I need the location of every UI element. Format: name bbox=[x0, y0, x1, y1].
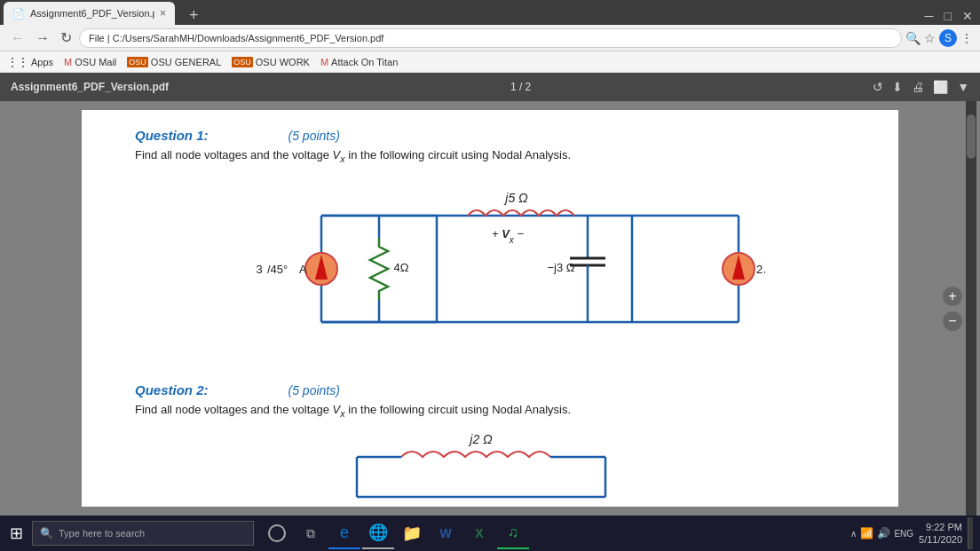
pdf-reload-btn[interactable]: ↺ bbox=[873, 80, 883, 94]
pdf-content-area: Question 1: (5 points) Find all node vol… bbox=[0, 101, 980, 516]
taskbar-edge[interactable]: e bbox=[328, 517, 360, 549]
address-bar[interactable]: File | C:/Users/SarahMH/Downloads/Assign… bbox=[79, 28, 902, 48]
new-tab-btn[interactable]: + bbox=[184, 6, 204, 25]
taskbar-system-tray: ∧ 📶 🔊 ENG bbox=[850, 527, 913, 539]
taskview-icon: ⧉ bbox=[306, 526, 315, 541]
tab-close-btn[interactable]: × bbox=[160, 7, 166, 20]
pdf-controls: ↺ ⬇ 🖨 ⬜ ▼ bbox=[873, 80, 969, 94]
svg-text:A: A bbox=[299, 263, 307, 276]
svg-text:/45°: /45° bbox=[267, 263, 288, 276]
taskbar-chrome[interactable]: 🌐 bbox=[362, 517, 394, 549]
taskbar-apps: ⧉ e 🌐 📁 W X ♫ bbox=[254, 517, 536, 549]
pdf-fullscreen-btn[interactable]: ⬜ bbox=[933, 80, 948, 94]
zoom-in-btn[interactable]: + bbox=[943, 287, 962, 306]
profile-icon[interactable]: S bbox=[939, 29, 957, 47]
svg-text:2: 2 bbox=[756, 263, 763, 276]
active-tab[interactable]: 📄 Assignment6_PDF_Version.pdf × bbox=[4, 2, 175, 25]
forward-btn[interactable]: → bbox=[32, 28, 53, 48]
menu-icon[interactable]: ⋮ bbox=[960, 31, 973, 45]
taskbar-files[interactable]: 📁 bbox=[396, 517, 428, 549]
question-2-points: (5 points) bbox=[288, 383, 340, 398]
bookmarks-bar: ⋮⋮ Question 1: Apps M OSU Mail OSU OSU G… bbox=[0, 51, 980, 73]
pdf-print-btn[interactable]: 🖨 bbox=[912, 80, 924, 94]
spotify-icon: ♫ bbox=[508, 524, 518, 540]
svg-text:3: 3 bbox=[256, 263, 262, 276]
question-1-header: Question 1: (5 points) bbox=[135, 128, 845, 143]
svg-text:/0°: /0° bbox=[764, 263, 765, 276]
osu-work-bookmark[interactable]: OSU OSU WORK bbox=[232, 57, 310, 67]
question-2-header: Question 2: (5 points) bbox=[135, 382, 845, 398]
browser-search-icon[interactable]: 🔍 bbox=[905, 31, 921, 45]
taskbar-time: 9:22 PM bbox=[919, 521, 962, 533]
circuit-diagram-q1: j5 Ω + Vx − 3 /45° A 4Ω bbox=[135, 180, 845, 358]
scrollbar-side-controls: + − bbox=[943, 287, 962, 331]
pdf-download-btn[interactable]: ⬇ bbox=[892, 80, 903, 94]
taskbar-search-icon: 🔍 bbox=[40, 527, 53, 539]
address-text: File | C:/Users/SarahMH/Downloads/Assign… bbox=[89, 33, 383, 43]
taskbar-taskview[interactable]: ⧉ bbox=[295, 517, 327, 549]
tray-up-arrow[interactable]: ∧ bbox=[850, 529, 857, 539]
cortana-icon bbox=[268, 524, 286, 542]
close-btn[interactable]: ✕ bbox=[959, 9, 976, 23]
pdf-more-btn[interactable]: ▼ bbox=[957, 80, 969, 94]
refresh-btn[interactable]: ↻ bbox=[57, 28, 75, 48]
attack-icon: M bbox=[320, 57, 328, 67]
apps-grid-icon: ⋮⋮ bbox=[7, 56, 28, 68]
svg-text:j2 Ω: j2 Ω bbox=[468, 432, 493, 446]
minimize-btn[interactable]: ─ bbox=[921, 9, 937, 23]
excel-icon: X bbox=[475, 526, 483, 540]
vertical-scrollbar[interactable] bbox=[966, 101, 976, 516]
pdf-page-indicator: 1 / 2 bbox=[510, 81, 531, 93]
taskbar-search-placeholder: Type here to search bbox=[59, 528, 145, 539]
taskbar: ⊞ 🔍 Type here to search ⧉ e 🌐 📁 W X ♫ bbox=[0, 516, 980, 551]
question-1-text: Find all node voltages and the voltage V… bbox=[135, 148, 845, 164]
svg-text:−j3 Ω: −j3 Ω bbox=[547, 261, 574, 274]
osu-work-icon: OSU bbox=[232, 57, 253, 67]
bookmark-star-icon[interactable]: ☆ bbox=[924, 31, 936, 45]
zoom-out-btn[interactable]: − bbox=[943, 311, 962, 331]
taskbar-excel[interactable]: X bbox=[463, 517, 495, 549]
start-button[interactable]: ⊞ bbox=[0, 516, 32, 551]
tab-favicon: 📄 bbox=[12, 8, 25, 20]
network-icon[interactable]: 📶 bbox=[860, 527, 873, 539]
tab-title: Assignment6_PDF_Version.pdf bbox=[30, 8, 154, 19]
osu-mail-bookmark[interactable]: M OSU Mail bbox=[64, 57, 116, 67]
apps-bookmark[interactable]: ⋮⋮ Question 1: Apps bbox=[7, 56, 53, 68]
pdf-toolbar: Assignment6_PDF_Version.pdf 1 / 2 ↺ ⬇ 🖨 … bbox=[0, 73, 980, 101]
question-2-text: Find all node voltages and the voltage V… bbox=[135, 403, 845, 419]
attack-on-titan-bookmark[interactable]: M Attack On Titan bbox=[320, 57, 398, 67]
files-icon: 📁 bbox=[402, 523, 422, 543]
scroll-thumb[interactable] bbox=[967, 114, 976, 159]
osu-general-bookmark[interactable]: OSU OSU GENERAL bbox=[127, 57, 221, 67]
question-1-number: Question 1: bbox=[135, 128, 209, 143]
circuit-svg-q2: j2 Ω bbox=[312, 430, 668, 501]
windows-icon: ⊞ bbox=[10, 523, 23, 543]
chrome-icon: 🌐 bbox=[368, 523, 388, 542]
taskbar-spotify[interactable]: ♫ bbox=[497, 517, 529, 549]
taskbar-right: ∧ 📶 🔊 ENG 9:22 PM 5/11/2020 bbox=[850, 517, 980, 549]
mail-icon: M bbox=[64, 57, 72, 67]
svg-text:4Ω: 4Ω bbox=[394, 261, 409, 274]
question-1-points: (5 points) bbox=[288, 129, 340, 143]
pdf-page: Question 1: (5 points) Find all node vol… bbox=[82, 110, 898, 507]
show-desktop-btn[interactable] bbox=[968, 517, 973, 549]
taskbar-cortana[interactable] bbox=[261, 517, 293, 549]
taskbar-date: 5/11/2020 bbox=[919, 533, 962, 546]
eng-label: ENG bbox=[894, 529, 913, 539]
taskbar-search-box[interactable]: 🔍 Type here to search bbox=[32, 521, 254, 546]
taskbar-clock[interactable]: 9:22 PM 5/11/2020 bbox=[919, 521, 962, 547]
pdf-filename: Assignment6_PDF_Version.pdf bbox=[11, 81, 169, 93]
word-icon: W bbox=[439, 526, 451, 540]
circuit-svg-q1: j5 Ω + Vx − 3 /45° A 4Ω bbox=[215, 180, 765, 358]
edge-icon: e bbox=[340, 523, 349, 542]
svg-text:+ Vx  −: + Vx − bbox=[492, 227, 525, 245]
circuit-diagram-q2: j2 Ω bbox=[135, 430, 845, 501]
back-btn[interactable]: ← bbox=[7, 28, 28, 48]
volume-icon[interactable]: 🔊 bbox=[877, 527, 890, 539]
osu-general-icon: OSU bbox=[127, 57, 148, 67]
maximize-btn[interactable]: □ bbox=[941, 9, 955, 23]
taskbar-word[interactable]: W bbox=[430, 517, 462, 549]
svg-text:j5 Ω: j5 Ω bbox=[503, 191, 528, 205]
question-2-number: Question 2: bbox=[135, 382, 209, 398]
